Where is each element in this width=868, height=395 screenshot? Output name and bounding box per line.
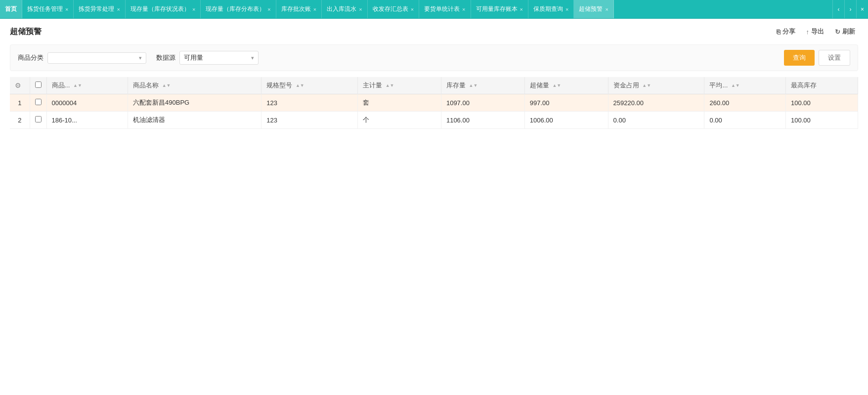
nav-tab-inout-label: 出入库流水 [327,5,356,13]
row-product-code-1: 186-10... [46,112,128,129]
select-all-checkbox[interactable] [35,81,42,88]
row-checkbox-0 [30,94,46,112]
th-checkbox [30,77,46,94]
nav-tab-order-stats[interactable]: 要货单统计表 × [419,0,471,19]
nav-tab-overstock-close[interactable]: × [605,6,608,12]
category-select[interactable]: ▾ [47,52,146,64]
sort-arrows-unit[interactable]: ▲▼ [386,83,394,88]
row-stock-1: 1106.00 [441,112,524,129]
gear-icon[interactable]: ⚙ [15,81,21,89]
share-label: 分享 [782,27,795,36]
page-content: 超储预警 ⎘ 分享 ↑ 导出 ↻ 刷新 商品分类 ▾ 数据源 [0,19,868,136]
row-avg-0: 260.00 [704,94,786,112]
th-stock[interactable]: 库存量 ▲▼ [441,77,524,94]
nav-tab-summary[interactable]: 收发存汇总表 × [368,0,419,19]
nav-tab-order-stats-close[interactable]: × [462,6,465,12]
share-button[interactable]: ⎘ 分享 [774,26,798,37]
row-spec-0: 123 [261,94,358,112]
nav-tab-quality[interactable]: 保质期查询 × [528,0,574,19]
nav-tab-inout[interactable]: 出入库流水 × [322,0,367,19]
category-filter: 商品分类 ▾ [18,52,146,64]
sort-arrows-avg[interactable]: ▲▼ [731,83,740,88]
nav-tab-abnormal-label: 拣货异常处理 [79,5,114,13]
nav-tab-task-close[interactable]: × [65,6,68,12]
data-table: ⚙ 商品... ▲▼ 商品名称 ▲▼ 规格型号 ▲▼ 主计 [10,77,858,129]
sort-arrows-capital[interactable]: ▲▼ [642,83,651,88]
nav-tab-home[interactable]: 首页 [0,0,22,19]
refresh-icon: ↻ [835,28,840,36]
row-stock-0: 1097.00 [441,94,524,112]
row-product-name-1: 机油滤清器 [128,112,261,129]
export-icon: ↑ [806,28,810,36]
export-button[interactable]: ↑ 导出 [803,26,827,37]
th-capital[interactable]: 资金占用 ▲▼ [608,77,704,94]
row-index-1: 2 [10,112,30,129]
th-max-stock-label: 最高库存 [791,81,817,89]
th-settings: ⚙ [10,77,30,94]
nav-tab-batch[interactable]: 库存批次账 × [276,0,322,19]
th-max-stock[interactable]: 最高库存 [785,77,858,94]
row-capital-0: 259220.00 [608,94,704,112]
nav-tab-quality-close[interactable]: × [565,6,568,12]
nav-tab-overstock[interactable]: 超储预警 × [574,0,613,19]
th-avg[interactable]: 平均... ▲▼ [704,77,786,94]
row-product-code-0: 0000004 [46,94,128,112]
nav-tab-available[interactable]: 可用量库存账本 × [471,0,528,19]
row-max-stock-0: 100.00 [785,94,858,112]
nav-arrow-right[interactable]: › [844,0,856,19]
nav-arrow-left[interactable]: ‹ [832,0,844,19]
nav-tab-stock-status-label: 现存量（库存状况表） [130,5,190,13]
nav-tab-stock-dist-label: 现存量（库存分布表） [206,5,265,13]
sort-arrows-product-code[interactable]: ▲▼ [73,83,82,88]
th-unit[interactable]: 主计量 ▲▼ [358,77,441,94]
row-capital-1: 0.00 [608,112,704,129]
datasource-chevron-icon: ▾ [251,55,254,61]
nav-tab-home-label: 首页 [5,5,17,13]
filter-row: 商品分类 ▾ 数据源 可用量 ▾ 查询 设置 [10,44,858,71]
sort-arrows-overstock[interactable]: ▲▼ [552,83,561,88]
nav-tab-stock-status[interactable]: 现存量（库存状况表） × [126,0,201,19]
sort-arrows-spec[interactable]: ▲▼ [296,83,304,88]
nav-tab-abnormal[interactable]: 拣货异常处理 × [74,0,125,19]
top-nav: 首页 拣货任务管理 × 拣货异常处理 × 现存量（库存状况表） × 现存量（库存… [0,0,868,19]
th-product-name-label: 商品名称 [133,81,159,89]
nav-tab-batch-label: 库存批次账 [281,5,311,13]
th-capital-label: 资金占用 [613,81,639,89]
nav-tab-summary-close[interactable]: × [411,6,414,12]
th-overstock[interactable]: 超储量 ▲▼ [524,77,608,94]
query-button[interactable]: 查询 [784,50,815,66]
table-row: 1 0000004 六配套新昌490BPG 123 套 1097.00 997.… [10,94,858,112]
row-select-checkbox-1[interactable] [35,116,42,122]
row-checkbox-1 [30,112,46,129]
row-index-0: 1 [10,94,30,112]
table-body: 1 0000004 六配套新昌490BPG 123 套 1097.00 997.… [10,94,858,129]
datasource-select[interactable]: 可用量 ▾ [179,51,259,65]
category-label: 商品分类 [18,53,43,62]
nav-tab-stock-status-close[interactable]: × [192,6,195,12]
nav-tab-stock-dist[interactable]: 现存量（库存分布表） × [201,0,276,19]
nav-tab-task[interactable]: 拣货任务管理 × [22,0,74,19]
row-avg-1: 0.00 [704,112,786,129]
sort-arrows-product-name[interactable]: ▲▼ [162,83,171,88]
nav-tab-stock-dist-close[interactable]: × [267,6,270,12]
th-spec-label: 规格型号 [266,81,292,89]
nav-tab-available-close[interactable]: × [520,6,523,12]
th-product-code[interactable]: 商品... ▲▼ [46,77,128,94]
nav-tab-batch-close[interactable]: × [313,6,316,12]
th-stock-label: 库存量 [446,81,466,89]
nav-tab-abnormal-close[interactable]: × [117,6,120,12]
nav-arrow-close[interactable]: × [856,0,868,19]
page-title: 超储预警 [10,27,42,37]
sort-arrows-stock[interactable]: ▲▼ [469,83,478,88]
th-product-code-label: 商品... [52,81,70,89]
nav-tab-order-stats-label: 要货单统计表 [424,5,460,13]
refresh-button[interactable]: ↻ 刷新 [832,26,858,37]
row-unit-0: 套 [358,94,441,112]
th-product-name[interactable]: 商品名称 ▲▼ [128,77,261,94]
nav-tab-inout-close[interactable]: × [359,6,362,12]
settings-button[interactable]: 设置 [819,50,850,66]
row-select-checkbox-0[interactable] [35,99,42,105]
refresh-label: 刷新 [842,27,855,36]
th-spec[interactable]: 规格型号 ▲▼ [261,77,358,94]
nav-tab-task-label: 拣货任务管理 [27,5,63,13]
